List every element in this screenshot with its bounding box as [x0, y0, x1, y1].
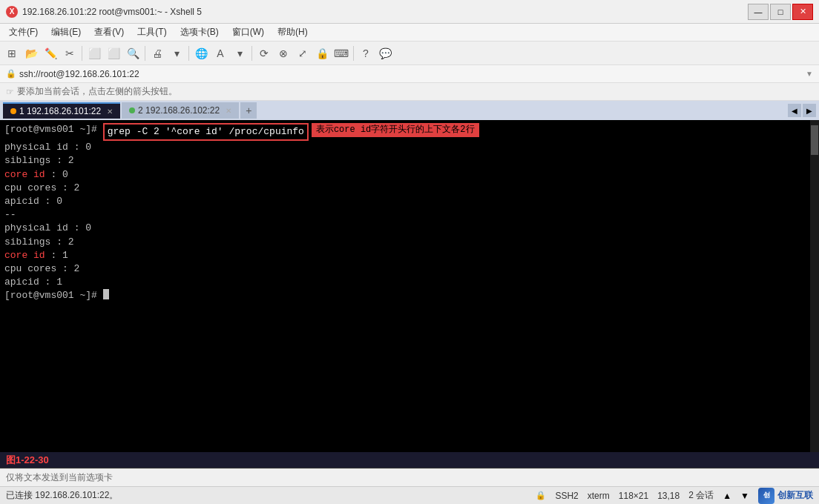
address-dropdown[interactable]: ▼	[806, 70, 813, 78]
tab-prev-button[interactable]: ◀	[788, 104, 801, 117]
menu-tools[interactable]: 工具(T)	[131, 24, 172, 40]
menu-file[interactable]: 文件(F)	[3, 24, 44, 40]
cursor-position: 13,18	[657, 491, 680, 501]
menu-window[interactable]: 窗口(W)	[226, 24, 270, 40]
tab-2-close[interactable]: ✕	[226, 107, 231, 115]
ssh-version: SSH2	[555, 491, 578, 501]
output-line-apicid-2: apicid : 1	[4, 276, 806, 289]
more-button[interactable]: ▾	[168, 44, 185, 62]
sessions-up-button[interactable]: ▲	[723, 491, 731, 501]
info-text: 要添加当前会话，点击左侧的箭头按钮。	[17, 85, 177, 98]
new-session-button[interactable]: ⊞	[3, 44, 21, 62]
tab-next-button[interactable]: ▶	[803, 104, 816, 117]
tab-1[interactable]: 1 192.168.26.101:22 ✕	[3, 102, 120, 119]
keyboard-button[interactable]: ⌨	[332, 44, 350, 62]
connect-button[interactable]: ⟳	[255, 44, 273, 62]
status-items: 🔒 SSH2 xterm 118×21 13,18 2 会话 ▲ ▼ 创 创新互…	[536, 488, 813, 504]
figure-label-bar: 图1-22-30	[0, 452, 819, 468]
title-bar: X 192.168.26.101:22 root@vms001:~ - Xshe…	[0, 0, 819, 24]
output-line-core-id-1: core id : 0	[4, 168, 806, 182]
scroll-thumb[interactable]	[811, 125, 818, 155]
lock-icon: 🔒	[6, 69, 16, 79]
brand-icon: 创	[758, 488, 774, 504]
lock-button[interactable]: 🔒	[313, 44, 331, 62]
tab-1-label: 1 192.168.26.101:22	[19, 106, 101, 116]
output-line-cpu-cores-1: cpu cores : 2	[4, 182, 806, 195]
paste-button[interactable]: ⬜	[105, 44, 122, 62]
menu-bar: 文件(F) 编辑(E) 查看(V) 工具(T) 选项卡(B) 窗口(W) 帮助(…	[0, 24, 819, 42]
output-line-physical-id-2: physical id : 0	[4, 222, 806, 235]
cut-button[interactable]: ✂	[61, 44, 79, 62]
search-button[interactable]: 🔍	[124, 44, 142, 62]
tab-2[interactable]: 2 192.168.26.102:22 ✕	[122, 102, 239, 119]
output-line-apicid-1: apicid : 0	[4, 195, 806, 208]
chat-button[interactable]: 💬	[376, 44, 394, 62]
minimize-button[interactable]: —	[748, 4, 769, 20]
terminal-type: xterm	[588, 491, 610, 501]
address-bar: 🔒 ssh://root@192.168.26.101:22 ▼	[0, 65, 819, 83]
tab-1-close[interactable]: ✕	[107, 107, 113, 116]
output-line-physical-id-1: physical id : 0	[4, 141, 806, 154]
connection-status: 已连接 192.168.26.101:22。	[6, 489, 530, 502]
address-text: ssh://root@192.168.26.101:22	[19, 69, 803, 79]
info-bar: ☞ 要添加当前会话，点击左侧的箭头按钮。	[0, 83, 819, 101]
command-line: [root@vms001 ~]# grep -C 2 '^core id' /p…	[4, 123, 806, 141]
ssh-icon: 🔒	[536, 491, 546, 500]
fullscreen-button[interactable]: ⤢	[294, 44, 312, 62]
edit-session-button[interactable]: ✏️	[42, 44, 59, 62]
font-button[interactable]: A	[211, 44, 229, 62]
menu-view[interactable]: 查看(V)	[88, 24, 130, 40]
terminal-size: 118×21	[619, 491, 648, 501]
tab-1-dot	[10, 108, 16, 114]
prompt-1: [root@vms001 ~]#	[4, 123, 97, 136]
terminal-wrapper: [root@vms001 ~]# grep -C 2 '^core id' /p…	[0, 120, 819, 452]
input-bar-text: 仅将文本发送到当前选项卡	[6, 471, 113, 484]
toolbar-sep-4	[251, 46, 252, 61]
toolbar-sep-1	[82, 46, 82, 61]
command-text: grep -C 2 '^core id' /proc/cpuinfo	[103, 123, 309, 141]
print-button[interactable]: 🖨	[148, 44, 166, 62]
session-count: 2 会话	[688, 489, 714, 502]
output-block-2: physical id : 0 siblings : 2 core id : 1…	[4, 222, 806, 289]
command-annotation: 表示core id字符开头行的上下文各2行	[312, 123, 479, 137]
toolbar-sep-3	[188, 46, 189, 61]
copy-button[interactable]: ⬜	[85, 44, 103, 62]
terminal[interactable]: [root@vms001 ~]# grep -C 2 '^core id' /p…	[0, 120, 810, 452]
font-down-button[interactable]: ▾	[231, 44, 249, 62]
output-line-siblings-2: siblings : 2	[4, 236, 806, 249]
toolbar: ⊞ 📂 ✏️ ✂ ⬜ ⬜ 🔍 🖨 ▾ 🌐 A ▾ ⟳ ⊗ ⤢ 🔒 ⌨ ? 💬	[0, 42, 819, 65]
terminal-scrollbar[interactable]	[810, 120, 819, 452]
close-button[interactable]: ✕	[792, 4, 813, 20]
help-button[interactable]: ?	[357, 44, 375, 62]
brand-logo: 创 创新互联	[758, 488, 813, 504]
tab-2-dot	[129, 107, 135, 113]
globe-button[interactable]: 🌐	[192, 44, 210, 62]
tab-navigation: ◀ ▶	[788, 104, 816, 117]
tab-add-button[interactable]: +	[240, 102, 257, 119]
arrow-icon: ☞	[6, 87, 14, 97]
final-prompt-line: [root@vms001 ~]#	[4, 289, 806, 302]
toolbar-sep-5	[353, 46, 354, 61]
cursor	[103, 289, 109, 299]
block-separator: --	[4, 208, 806, 222]
status-bar: 已连接 192.168.26.101:22。 🔒 SSH2 xterm 118×…	[0, 486, 819, 504]
input-bar: 仅将文本发送到当前选项卡	[0, 468, 819, 486]
menu-help[interactable]: 帮助(H)	[272, 24, 314, 40]
menu-tabs[interactable]: 选项卡(B)	[174, 24, 225, 40]
app-icon: X	[6, 6, 18, 18]
tab-bar: 1 192.168.26.101:22 ✕ 2 192.168.26.102:2…	[0, 101, 819, 120]
output-block-1: physical id : 0 siblings : 2 core id : 0…	[4, 141, 806, 208]
prompt-2: [root@vms001 ~]#	[4, 289, 97, 302]
output-line-siblings-1: siblings : 2	[4, 154, 806, 168]
output-line-core-id-2: core id : 1	[4, 249, 806, 262]
open-button[interactable]: 📂	[22, 44, 40, 62]
sessions-down-button[interactable]: ▼	[740, 491, 749, 501]
brand-name: 创新互联	[777, 489, 813, 502]
figure-label-text: 图1-22-30	[6, 454, 49, 467]
disconnect-button[interactable]: ⊗	[274, 44, 292, 62]
restore-button[interactable]: □	[770, 4, 791, 20]
menu-edit[interactable]: 编辑(E)	[45, 24, 87, 40]
toolbar-sep-2	[145, 46, 145, 61]
output-line-cpu-cores-2: cpu cores : 2	[4, 262, 806, 276]
window-title: 192.168.26.101:22 root@vms001:~ - Xshell…	[22, 7, 202, 17]
